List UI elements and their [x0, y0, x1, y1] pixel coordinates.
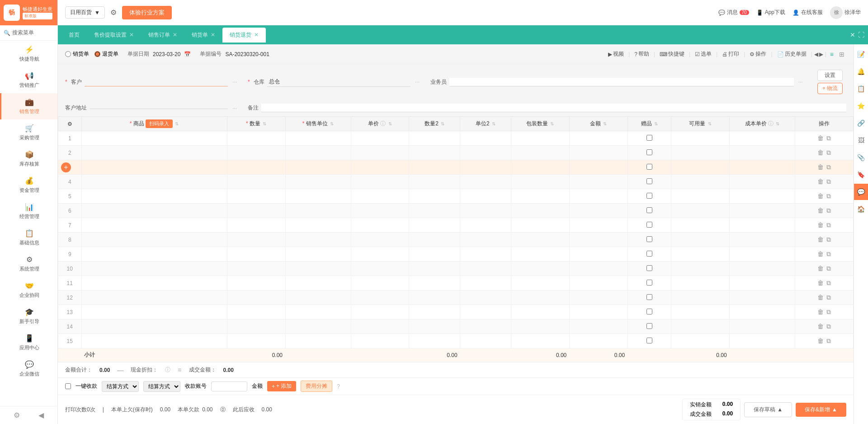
right-icon-home[interactable]: 🏠 — [854, 201, 868, 217]
setting-btn[interactable]: 设置 — [817, 70, 843, 81]
copy-icon[interactable]: ⧉ — [826, 308, 831, 316]
history-btn[interactable]: 📄 历史单据 — [774, 49, 809, 59]
sidebar-search[interactable]: 🔍 搜索菜单 — [0, 25, 57, 41]
gift-checkbox[interactable] — [646, 338, 652, 343]
copy-icon[interactable]: ⧉ — [826, 134, 831, 142]
nav-select[interactable]: 日用百货 ▼ — [65, 6, 105, 19]
experience-btn[interactable]: 体验行业方案 — [122, 6, 172, 19]
sidebar-item-shortcut[interactable]: ⚡ 快捷导航 — [0, 41, 57, 67]
sidebar-item-apps[interactable]: 📱 应用中心 — [0, 329, 57, 356]
gear-icon[interactable]: ⚙ — [110, 8, 117, 17]
gift-checkbox[interactable] — [646, 294, 652, 300]
remark-input[interactable] — [261, 104, 846, 112]
app-download-btn[interactable]: 📱 App下载 — [756, 9, 785, 16]
sidebar-item-system[interactable]: ⚙ 系统管理 — [0, 251, 57, 277]
unit2-cell[interactable] — [460, 131, 511, 146]
gift-checkbox[interactable] — [646, 280, 652, 286]
prev-arrow[interactable]: ◀ — [814, 51, 818, 57]
add-payment-btn[interactable]: + + 添加 — [267, 381, 296, 391]
customer-dots[interactable]: ··· — [232, 79, 237, 85]
sidebar-item-basic[interactable]: 📋 基础信息 — [0, 224, 57, 251]
gift-checkbox[interactable] — [646, 222, 652, 228]
tab-sale[interactable]: 销货单 ✕ — [184, 28, 222, 43]
copy-icon[interactable]: ⧉ — [826, 221, 831, 229]
help-btn[interactable]: ? 帮助 — [632, 49, 652, 59]
copy-icon[interactable]: ⧉ — [826, 265, 831, 272]
right-icon-star[interactable]: ⭐ — [854, 98, 868, 114]
shortcut-btn[interactable]: ⌨ 快捷键 — [657, 49, 687, 59]
delete-icon[interactable]: 🗑 — [817, 337, 824, 345]
gift-checkbox[interactable] — [646, 251, 652, 257]
list-view-icon[interactable]: ≡ — [828, 51, 835, 58]
delete-icon[interactable]: 🗑 — [817, 250, 824, 258]
address-dots[interactable]: ··· — [232, 105, 237, 111]
delete-icon[interactable]: 🗑 — [817, 265, 824, 272]
delete-icon[interactable]: 🗑 — [817, 192, 824, 200]
radio-return[interactable]: 退货单 — [94, 50, 118, 58]
product-input-active[interactable] — [85, 164, 224, 171]
right-icon-bookmark[interactable]: 🔖 — [854, 167, 868, 183]
staff-dots[interactable]: ··· — [798, 79, 803, 85]
method-select2[interactable]: 结算方式 — [143, 381, 180, 392]
sidebar-item-purchase[interactable]: 🛒 采购管理 — [0, 119, 57, 146]
right-icon-note[interactable]: 📝 — [854, 46, 868, 62]
qty-cell[interactable] — [227, 131, 285, 146]
radio-return-input[interactable] — [94, 51, 100, 57]
delete-icon[interactable]: 🗑 — [817, 294, 824, 301]
add-row-btn[interactable]: + — [61, 162, 71, 172]
calc-method-select[interactable]: 结算方式 — [102, 381, 139, 392]
sidebar-item-marketing[interactable]: 📢 营销推广 — [0, 67, 57, 93]
amount-cell[interactable] — [569, 131, 627, 146]
cost-cell[interactable] — [730, 131, 795, 146]
right-icon-paperclip[interactable]: 📎 — [854, 149, 868, 166]
right-icon-chat[interactable]: 💬 — [854, 184, 868, 200]
available-cell[interactable] — [671, 131, 730, 146]
delete-icon[interactable]: 🗑 — [817, 163, 824, 171]
radio-sale[interactable]: 销货单 — [65, 50, 89, 58]
close-icon[interactable]: ✕ — [129, 32, 134, 38]
grid-view-icon[interactable]: ⊞ — [837, 51, 846, 58]
gift-checkbox[interactable] — [646, 164, 652, 170]
print-btn[interactable]: 🖨 打印 — [719, 49, 742, 59]
right-icon-bell[interactable]: 🔔 — [854, 63, 868, 80]
unit-cell[interactable] — [285, 131, 351, 146]
message-btn[interactable]: 💬 消息 70 — [718, 9, 749, 16]
gift-checkbox[interactable] — [646, 207, 652, 213]
delete-icon[interactable]: 🗑 — [817, 308, 824, 316]
copy-icon[interactable]: ⧉ — [826, 294, 831, 301]
sidebar-item-inventory[interactable]: 📦 库存核算 — [0, 146, 57, 172]
sidebar-item-guide[interactable]: 🎓 新手引导 — [0, 303, 57, 329]
copy-icon[interactable]: ⧉ — [826, 279, 831, 287]
expand-icon[interactable]: ⛶ — [858, 31, 864, 38]
delete-icon[interactable]: 🗑 — [817, 236, 824, 243]
delete-icon[interactable]: 🗑 — [817, 134, 824, 142]
gift-checkbox[interactable] — [646, 236, 652, 242]
sidebar-item-sales[interactable]: 💼 销售管理 — [0, 93, 57, 119]
logistics-btn[interactable]: + 物流 — [817, 83, 843, 94]
gift-checkbox[interactable] — [646, 193, 652, 199]
copy-icon[interactable]: ⧉ — [826, 337, 831, 345]
select-btn[interactable]: ☑ 选单 — [692, 49, 714, 59]
close-all-icon[interactable]: ✕ — [850, 31, 855, 38]
tab-price-extract[interactable]: 售价提取设置 ✕ — [87, 28, 141, 43]
tab-sale-order[interactable]: 销售订单 ✕ — [141, 28, 184, 43]
delete-icon[interactable]: 🗑 — [817, 149, 824, 157]
delete-icon[interactable]: 🗑 — [817, 279, 824, 287]
sidebar-item-wechat[interactable]: 💬 企业微信 — [0, 356, 57, 382]
qty2-cell[interactable] — [409, 131, 460, 146]
copy-icon[interactable]: ⧉ — [826, 178, 831, 186]
price-cell[interactable] — [351, 131, 409, 146]
online-service-btn[interactable]: 👤 在线客服 — [793, 9, 823, 16]
tab-sale-return[interactable]: 销货退货 ✕ — [222, 28, 266, 43]
copy-icon[interactable]: ⧉ — [826, 323, 831, 330]
col-settings-header[interactable]: ⚙ — [58, 117, 82, 131]
sidebar-item-finance[interactable]: 💰 资金管理 — [0, 172, 57, 198]
close-icon[interactable]: ✕ — [254, 32, 259, 38]
gift-checkbox[interactable] — [646, 265, 652, 271]
gift-cell[interactable] — [627, 131, 671, 146]
collapse-icon[interactable]: ◀ — [38, 411, 44, 419]
account-input[interactable] — [211, 381, 247, 391]
sidebar-item-collab[interactable]: 🤝 企业协同 — [0, 277, 57, 303]
gift-checkbox[interactable] — [646, 309, 652, 314]
scan-btn[interactable]: 扫码录入 — [146, 119, 173, 128]
